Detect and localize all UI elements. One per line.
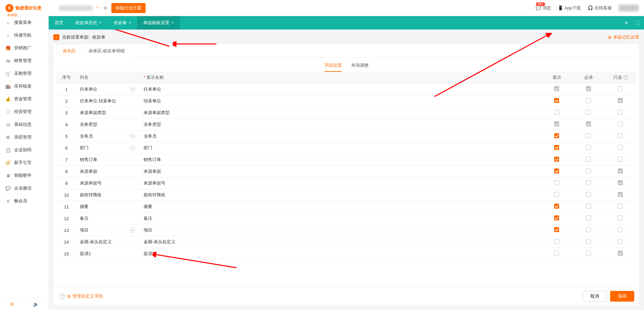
checkbox[interactable] <box>554 98 559 103</box>
close-icon[interactable]: × <box>129 20 131 25</box>
checkbox[interactable] <box>586 239 591 244</box>
cell-display[interactable]: 项目 <box>140 224 541 236</box>
nav-item-企业微信[interactable]: 💬企业微信 <box>0 182 48 195</box>
cell-display[interactable]: 业务员 <box>140 131 541 142</box>
cell-display[interactable]: 金额-表头自定义 <box>140 236 541 248</box>
sound-icon[interactable]: 🔈 <box>33 302 39 307</box>
checkbox[interactable] <box>586 215 591 220</box>
cancel-button[interactable]: 取消 <box>583 291 607 302</box>
checkbox[interactable] <box>586 133 591 138</box>
memory-settings-link[interactable]: ⚙ 单据记忆设置 <box>608 34 639 40</box>
add-icon[interactable]: + <box>129 145 136 151</box>
checkbox[interactable] <box>618 227 623 232</box>
tab-收款单[interactable]: 收款单× <box>108 16 137 30</box>
close-icon[interactable]: × <box>171 20 174 25</box>
checkbox[interactable] <box>554 204 559 209</box>
nav-item-畅会员[interactable]: V畅会员 <box>0 195 48 207</box>
checkbox[interactable] <box>554 157 559 162</box>
nav-item-销售管理[interactable]: 🛍销售管理 <box>0 54 48 67</box>
checkbox[interactable] <box>618 121 623 126</box>
tab-收款单历史[interactable]: 收款单历史× <box>69 16 108 30</box>
expand-icon[interactable]: › <box>53 34 59 40</box>
nav-label: 企业协同 <box>14 147 32 153</box>
cell-display[interactable]: 备注 <box>140 213 541 224</box>
manage-custom-fields-link[interactable]: ⚙ 管理自定义字段 <box>67 293 103 299</box>
tab-单据模板设置[interactable]: 单据模板设置× <box>137 16 180 30</box>
checkbox[interactable] <box>618 86 623 91</box>
checkbox[interactable] <box>554 227 559 232</box>
cell-display[interactable]: 业务类型 <box>140 119 541 131</box>
area-tab[interactable]: 表体区-收款单明细 <box>82 44 131 58</box>
nav-item-经营管理[interactable]: 📄经营管理 <box>0 105 48 118</box>
nav-item-营销推广[interactable]: 🎁营销推广 <box>0 42 48 54</box>
checkbox[interactable] <box>554 192 559 197</box>
checkbox[interactable] <box>618 239 623 244</box>
help-icon[interactable]: ? <box>60 294 65 299</box>
checkbox[interactable] <box>586 168 591 173</box>
checkbox[interactable] <box>586 98 591 103</box>
cell-display[interactable]: 来源单据类型 <box>140 107 541 119</box>
checkbox[interactable] <box>618 157 623 162</box>
nav-item-智能硬件[interactable]: 🖥智能硬件 <box>0 169 48 182</box>
nav-item-新手引导[interactable]: 🧭新手引导 <box>0 156 48 169</box>
fullscreen-icon[interactable]: ⛶ <box>633 18 641 27</box>
org-selector[interactable]: ﹀ <box>59 5 100 11</box>
add-icon[interactable]: + <box>129 227 136 233</box>
checkbox[interactable] <box>618 133 623 138</box>
close-icon[interactable]: × <box>99 20 102 25</box>
online-service-link[interactable]: 🎧 在线客服 <box>588 5 612 11</box>
nav-item-资金管理[interactable]: 💰资金管理 <box>0 93 48 105</box>
cell-display[interactable]: 摘要 <box>140 201 541 213</box>
nav-item-企业协同[interactable]: 📋企业协同 <box>0 144 48 156</box>
add-icon[interactable]: + <box>129 86 136 92</box>
checkbox[interactable] <box>586 251 591 256</box>
cell-display[interactable]: 提成1 <box>140 248 541 260</box>
checkbox[interactable] <box>554 251 559 256</box>
cell-display[interactable]: 部门 <box>140 142 541 154</box>
checkbox[interactable] <box>586 192 591 197</box>
nav-item-系统管理[interactable]: ⚙系统管理 <box>0 131 48 144</box>
checkbox[interactable] <box>586 227 591 232</box>
checkbox[interactable] <box>554 133 559 138</box>
checkbox[interactable] <box>586 204 591 209</box>
cell-display[interactable]: 销售订单 <box>140 154 541 166</box>
checkbox[interactable] <box>554 168 559 173</box>
user-avatar-blurred[interactable] <box>619 5 639 11</box>
checkbox[interactable] <box>586 145 591 150</box>
add-icon[interactable]: + <box>129 133 136 139</box>
checkbox[interactable] <box>618 145 623 150</box>
cell-display[interactable]: 来源单据 <box>140 166 541 177</box>
sub-tab[interactable]: 布局调整 <box>351 62 369 72</box>
cell-display[interactable]: 往来单位 <box>140 84 541 95</box>
checkbox[interactable] <box>618 110 623 115</box>
nav-item-搜索菜单[interactable]: ⌕搜索菜单 <box>0 16 48 29</box>
try-plan-button[interactable]: 体验行业方案 <box>111 3 146 13</box>
messages-link[interactable]: 💬 消息 99+ <box>536 5 551 11</box>
nav-item-基础信息[interactable]: 🗂基础信息 <box>0 118 48 131</box>
checkbox[interactable] <box>554 215 559 220</box>
nav-item-库存核算[interactable]: 🏬库存核算 <box>0 80 48 93</box>
app-download-link[interactable]: 📱 App下载 <box>558 5 581 11</box>
nav-item-快捷导航[interactable]: ⌂快捷导航 <box>0 29 48 42</box>
checkbox[interactable] <box>554 145 559 150</box>
tab-首页[interactable]: 首页 <box>49 16 69 30</box>
checkbox[interactable] <box>586 157 591 162</box>
checkbox[interactable] <box>586 180 591 185</box>
help-icon[interactable]: ? <box>623 75 628 80</box>
checkbox[interactable] <box>554 239 559 244</box>
gear-icon[interactable]: ⚙ <box>10 302 14 307</box>
checkbox[interactable] <box>618 215 623 220</box>
settings-icon[interactable]: ⚙ <box>103 5 107 10</box>
save-button[interactable]: 保存 <box>610 291 634 302</box>
nav-item-采购管理[interactable]: 🛒采购管理 <box>0 67 48 80</box>
checkbox[interactable] <box>586 110 591 115</box>
checkbox[interactable] <box>554 110 559 115</box>
checkbox[interactable] <box>618 204 623 209</box>
cell-display[interactable]: 来源单据号 <box>140 177 541 189</box>
sub-tab[interactable]: 字段设置 <box>324 62 342 72</box>
checkbox[interactable] <box>554 180 559 185</box>
area-tab[interactable]: 表头区 <box>56 44 82 58</box>
cell-display[interactable]: 超收转预收 <box>140 189 541 201</box>
cell-display[interactable]: 结算单位 <box>140 95 541 107</box>
close-all-tabs-icon[interactable]: ✕ <box>622 18 631 27</box>
